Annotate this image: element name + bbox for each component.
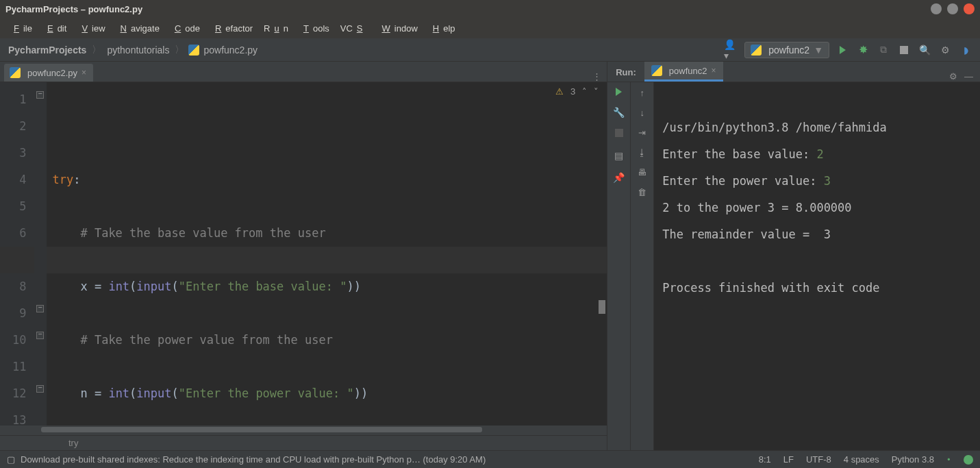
scroll-to-end-icon[interactable]: ⭳ (638, 147, 646, 158)
menu-view[interactable]: View (73, 22, 109, 35)
breadcrumb-folder[interactable]: pythontutorials (105, 45, 171, 56)
editor-tabs-menu-icon[interactable]: ⋮ (592, 71, 607, 82)
window-titlebar: PycharmProjects – powfunc2.py (0, 0, 980, 18)
settings-button[interactable]: ⚙ (938, 42, 953, 58)
coverage-button[interactable]: ⧉ (876, 42, 891, 58)
menu-navigate[interactable]: Navigate (112, 22, 164, 35)
run-tab[interactable]: powfunc2 × (644, 62, 723, 82)
memory-indicator-icon[interactable]: 🞄 (946, 454, 951, 465)
nav-down-icon[interactable]: ˅ (594, 86, 599, 97)
python-file-icon (651, 65, 662, 76)
warning-icon: ⚠ (555, 86, 564, 97)
window-maximize-button[interactable] (947, 3, 958, 14)
pin-icon[interactable]: 📌 (613, 172, 625, 183)
python-interpreter[interactable]: Python 3.8 (892, 454, 934, 465)
menu-run[interactable]: Run (260, 22, 292, 35)
fold-toggle-icon[interactable] (36, 91, 44, 99)
menu-refactor[interactable]: Refactor (207, 22, 257, 35)
indent-setting[interactable]: 4 spaces (844, 454, 879, 465)
menu-file[interactable]: File (5, 22, 36, 35)
gear-icon[interactable]: ⚙ (949, 71, 957, 82)
line-separator[interactable]: LF (783, 454, 794, 465)
inspection-widget[interactable]: ⚠ 3 ˄ ˅ (555, 86, 599, 97)
run-tool-window: Run: powfunc2 × ⚙ — 🔧 ▤ 📌 ↑ ↓ ⇥ (607, 62, 980, 450)
python-file-icon (751, 45, 762, 56)
status-message[interactable]: Download pre-built shared indexes: Reduc… (21, 454, 486, 465)
soft-wrap-icon[interactable]: ⇥ (638, 127, 646, 138)
menu-vcs[interactable]: VCS (336, 22, 371, 35)
caret-position[interactable]: 8:1 (759, 454, 771, 465)
run-action-toolbar: 🔧 ▤ 📌 (607, 82, 631, 450)
chevron-right-icon: 〉 (175, 44, 184, 56)
stop-button[interactable] (615, 129, 623, 139)
status-bar: ▢ Download pre-built shared indexes: Red… (0, 450, 980, 468)
breadcrumb-file[interactable]: powfunc2.py (202, 45, 259, 56)
menu-edit[interactable]: Edit (39, 22, 71, 35)
wrench-icon[interactable]: 🔧 (613, 107, 625, 118)
up-icon[interactable]: ↑ (640, 88, 644, 98)
lock-icon[interactable] (964, 455, 973, 465)
navigation-bar: PycharmProjects 〉 pythontutorials 〉 powf… (0, 38, 980, 62)
inspection-count: 3 (570, 86, 575, 97)
add-configuration-button[interactable]: 👤▾ (724, 42, 739, 58)
hide-icon[interactable]: — (964, 71, 973, 82)
fold-toggle-icon[interactable] (36, 305, 44, 312)
down-icon[interactable]: ↓ (640, 108, 644, 118)
editor-tab[interactable]: powfunc2.py × (4, 64, 93, 82)
python-file-icon (10, 67, 21, 78)
fold-toggle-icon[interactable] (36, 332, 44, 339)
rerun-button[interactable] (616, 88, 622, 96)
search-everywhere-button[interactable]: 🔍 (917, 42, 932, 58)
python-file-icon (188, 45, 199, 56)
run-output-toolbar: ↑ ↓ ⇥ ⭳ 🖶 🗑 (631, 82, 654, 450)
trash-icon[interactable]: 🗑 (638, 187, 646, 197)
run-config-combo[interactable]: powfunc2 ▼ (744, 42, 829, 58)
menu-code[interactable]: Code (166, 22, 204, 35)
editor-breadcrumb[interactable]: try (0, 435, 607, 450)
file-encoding[interactable]: UTF-8 (806, 454, 831, 465)
tool-window-toggle-icon[interactable]: ▢ (7, 454, 15, 465)
run-config-name: powfunc2 (768, 45, 809, 56)
window-minimize-button[interactable] (931, 3, 942, 14)
chevron-right-icon: 〉 (92, 44, 101, 56)
console-output[interactable]: /usr/bin/python3.8 /home/fahmidaEnter th… (654, 82, 980, 450)
debug-button[interactable]: ✸ (855, 42, 870, 58)
code-editor[interactable]: 123 456 789 101112 13 try: # Take the ba… (0, 82, 607, 426)
run-button[interactable] (835, 42, 850, 58)
nav-up-icon[interactable]: ˄ (582, 86, 587, 97)
layout-icon[interactable]: ▤ (614, 150, 623, 161)
print-icon[interactable]: 🖶 (638, 167, 646, 177)
run-tab-label: powfunc2 (669, 66, 707, 76)
fold-toggle-icon[interactable] (36, 385, 44, 393)
stop-button[interactable] (896, 42, 912, 58)
chevron-down-icon: ▼ (814, 45, 823, 56)
horizontal-scrollbar[interactable] (41, 426, 607, 434)
breadcrumb-root[interactable]: PycharmProjects (7, 45, 88, 56)
editor-tab-label: powfunc2.py (27, 68, 77, 78)
window-close-button[interactable] (964, 3, 975, 14)
editor-tabs: powfunc2.py × ⋮ (0, 62, 607, 82)
editor-pane: powfunc2.py × ⋮ 123 456 789 101112 13 tr… (0, 62, 607, 450)
run-tool-title: Run: (607, 67, 644, 82)
menu-tools[interactable]: Tools (295, 22, 334, 35)
fold-column[interactable] (34, 82, 47, 426)
menu-help[interactable]: Help (425, 22, 460, 35)
close-icon[interactable]: × (81, 68, 86, 77)
window-title: PycharmProjects – powfunc2.py (5, 4, 142, 14)
menu-window[interactable]: Window (374, 22, 422, 35)
ide-features-button[interactable]: ◗ (958, 42, 973, 58)
main-menu: File Edit View Navigate Code Refactor Ru… (0, 18, 980, 38)
close-icon[interactable]: × (712, 66, 716, 75)
